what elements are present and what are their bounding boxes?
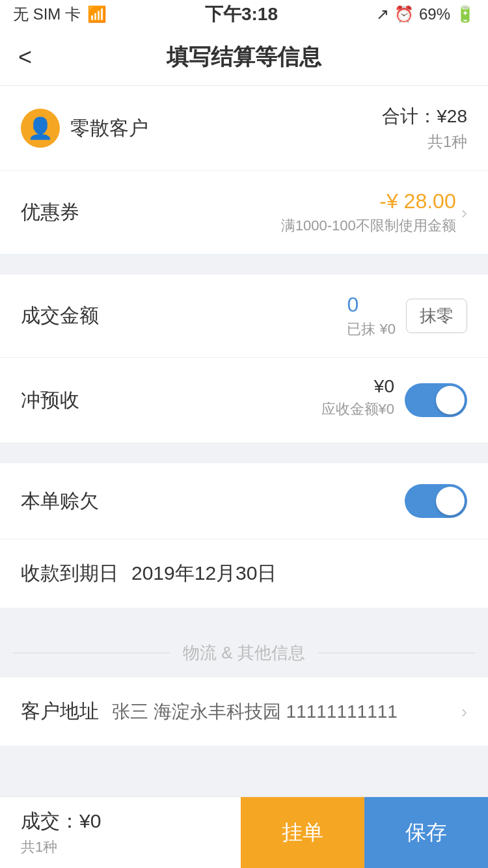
debt-row: 本单赊欠 [0,463,488,539]
transaction-amount-label: 成交金额 [21,303,99,329]
prepayment-value: ¥0 [374,376,394,397]
coupon-amount: -¥ 28.00 [379,189,455,213]
address-card: 客户地址 张三 海淀永丰科技园 11111111111 › [0,677,488,746]
bottom-info: 成交：¥0 共1种 [0,808,241,857]
address-value: 张三 海淀永丰科技园 11111111111 [112,699,448,724]
coupon-label: 优惠券 [21,199,79,226]
bottom-bar: 成交：¥0 共1种 挂单 保存 [0,796,488,868]
battery-icon: 🔋 [455,5,475,23]
customer-row: 👤 零散客户 合计：¥28 共1种 [0,86,488,170]
hold-button[interactable]: 挂单 [241,797,364,869]
due-date-label: 收款到期日 [21,560,118,587]
customer-left: 👤 零散客户 [21,109,148,148]
status-time: 下午3:18 [205,2,278,27]
customer-name: 零散客户 [70,115,148,142]
section-divider-3 [0,618,488,629]
transaction-amount-sub: 已抹 ¥0 [347,319,396,339]
location-icon: ↗ [376,5,389,23]
bottom-total-value: ¥0 [79,810,101,832]
wifi-icon: 📶 [87,5,107,23]
prepayment-label: 冲预收 [21,387,79,414]
transaction-amount-right: 0 已抹 ¥0 抹零 [347,293,467,339]
customer-card: 👤 零散客户 合计：¥28 共1种 优惠券 -¥ 28.00 满1000-100… [0,86,488,254]
transaction-amount-value: 0 [347,293,396,317]
status-left: 无 SIM 卡 📶 [13,4,107,25]
avatar: 👤 [21,109,60,148]
section-divider-2 [0,453,488,463]
transaction-card: 成交金额 0 已抹 ¥0 抹零 冲预收 ¥0 应收金额¥0 [0,275,488,442]
bottom-count: 共1种 [21,837,220,857]
coupon-amount-row: -¥ 28.00 [379,189,455,213]
prepayment-info: ¥0 应收金额¥0 [321,376,394,424]
nav-bar: < 填写结算等信息 [0,29,488,86]
due-date-row: 收款到期日 2019年12月30日 [0,539,488,608]
address-row[interactable]: 客户地址 张三 海淀永丰科技园 11111111111 › [0,677,488,746]
bottom-total: 成交：¥0 [21,808,220,835]
customer-summary: 合计：¥28 共1种 [382,104,467,152]
prepayment-toggle[interactable] [405,383,467,417]
status-bar: 无 SIM 卡 📶 下午3:18 ↗ ⏰ 69% 🔋 [0,0,488,29]
debt-card: 本单赊欠 收款到期日 2019年12月30日 [0,463,488,608]
transaction-amount-row: 成交金额 0 已抹 ¥0 抹零 [0,275,488,358]
avatar-icon: 👤 [27,116,53,141]
battery-label: 69% [419,5,450,23]
save-button[interactable]: 保存 [364,797,488,869]
logistics-label: 物流 & 其他信息 [183,642,305,664]
customer-total: 合计：¥28 [382,104,467,129]
content-area: 👤 零散客户 合计：¥28 共1种 优惠券 -¥ 28.00 满1000-100… [0,86,488,868]
transaction-amount-block: 0 已抹 ¥0 [347,293,396,339]
address-label: 客户地址 [21,698,99,725]
customer-count: 共1种 [382,131,467,152]
coupon-desc: 满1000-100不限制使用金额 [281,216,456,236]
coupon-chevron-icon: › [461,202,467,223]
section-divider-1 [0,264,488,275]
prepayment-sub: 应收金额¥0 [321,400,394,419]
debt-toggle[interactable] [405,484,467,518]
logistics-line-left [13,653,170,653]
prepayment-row: 冲预收 ¥0 应收金额¥0 [0,358,488,442]
logistics-line-right [318,653,475,653]
coupon-row[interactable]: 优惠券 -¥ 28.00 满1000-100不限制使用金额 › [0,170,488,254]
due-date-value: 2019年12月30日 [131,560,277,587]
coupon-right: -¥ 28.00 满1000-100不限制使用金额 › [281,189,467,236]
coupon-info: -¥ 28.00 满1000-100不限制使用金额 [281,189,456,236]
status-right: ↗ ⏰ 69% 🔋 [376,5,475,23]
bottom-total-label: 成交： [21,810,79,832]
debt-label: 本单赊欠 [21,488,99,515]
prepayment-right: ¥0 应收金额¥0 [321,376,467,424]
round-zero-button[interactable]: 抹零 [406,299,467,333]
alarm-icon: ⏰ [394,5,414,23]
back-button[interactable]: < [18,44,32,71]
logistics-divider: 物流 & 其他信息 [0,629,488,677]
carrier-label: 无 SIM 卡 [13,4,81,25]
page-title: 填写结算等信息 [167,42,321,72]
address-chevron-icon: › [461,701,467,722]
